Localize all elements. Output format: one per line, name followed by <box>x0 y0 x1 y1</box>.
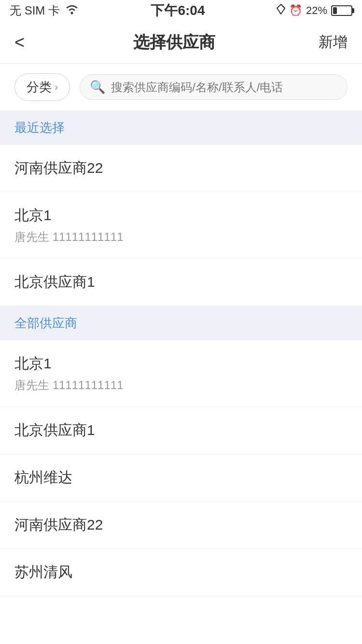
category-button[interactable]: 分类 › <box>14 73 70 101</box>
back-button[interactable]: < <box>14 28 29 57</box>
category-label: 分类 <box>27 79 52 96</box>
list-item[interactable]: 河南供应商22 <box>0 145 362 192</box>
status-time: 下午6:04 <box>151 1 205 20</box>
chevron-right-icon: › <box>55 81 58 94</box>
list-item[interactable]: 北京供应商1 <box>0 259 362 306</box>
list-item[interactable]: 北京供应商1 <box>0 407 362 454</box>
item-name: 河南供应商22 <box>14 158 348 178</box>
wifi-icon <box>65 4 79 17</box>
sim-status: 无 SIM 卡 <box>10 3 60 18</box>
list-item[interactable]: 北京1唐先生 11111111111 <box>0 192 362 259</box>
list-item[interactable]: 苏州清风 <box>0 549 362 596</box>
all-section-title: 全部供应商 <box>14 316 77 330</box>
all-list: 北京1唐先生 11111111111北京供应商1杭州维达河南供应商22苏州清风 <box>0 340 362 596</box>
item-name: 北京供应商1 <box>14 420 348 440</box>
list-item[interactable]: 杭州维达 <box>0 454 362 502</box>
search-icon: 🔍 <box>90 80 105 95</box>
page-title: 选择供应商 <box>133 31 215 54</box>
all-section-header: 全部供应商 <box>0 306 362 340</box>
location-icon <box>277 4 285 17</box>
nav-bar: < 选择供应商 新增 <box>0 21 362 64</box>
recent-section-title: 最近选择 <box>14 120 65 135</box>
alarm-icon: ⏰ <box>289 4 302 17</box>
item-name: 河南供应商22 <box>14 515 348 535</box>
item-name: 杭州维达 <box>14 468 348 488</box>
status-bar: 无 SIM 卡 下午6:04 ⏰ 22% <box>0 0 362 21</box>
search-input[interactable] <box>111 81 337 94</box>
list-item[interactable]: 北京1唐先生 11111111111 <box>0 340 362 407</box>
svg-point-0 <box>71 12 73 14</box>
item-name: 北京1 <box>14 354 348 374</box>
recent-section-header: 最近选择 <box>0 111 362 145</box>
item-name: 北京1 <box>14 206 348 225</box>
item-name: 苏州清风 <box>14 562 348 582</box>
add-button[interactable]: 新增 <box>319 32 348 52</box>
battery-text: 22% <box>306 4 327 17</box>
search-box[interactable]: 🔍 <box>80 74 348 100</box>
status-right: ⏰ 22% <box>277 4 352 17</box>
item-sub: 唐先生 11111111111 <box>14 229 348 245</box>
status-left: 无 SIM 卡 <box>10 3 79 18</box>
item-sub: 唐先生 11111111111 <box>14 378 348 393</box>
list-item[interactable]: 河南供应商22 <box>0 502 362 549</box>
battery-icon <box>331 5 352 16</box>
item-name: 北京供应商1 <box>14 272 348 292</box>
recent-list: 河南供应商22北京1唐先生 11111111111北京供应商1 <box>0 145 362 306</box>
filter-bar: 分类 › 🔍 <box>0 64 362 111</box>
